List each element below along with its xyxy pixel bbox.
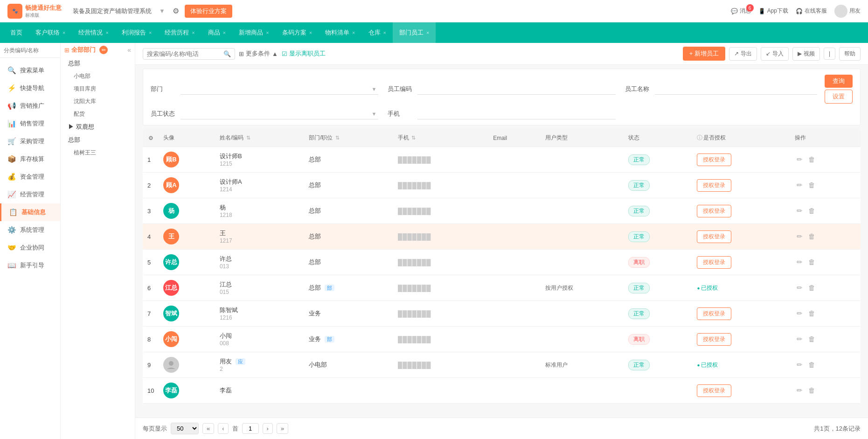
last-page-btn[interactable]: »: [277, 423, 288, 434]
service-btn[interactable]: 🎧 在线客服: [796, 7, 827, 15]
nav-tab-客户联络[interactable]: 客户联络×: [29, 22, 72, 43]
edit-btn[interactable]: ✏: [795, 206, 805, 216]
sidebar-item-企业协同[interactable]: 🤝企业协同: [0, 239, 60, 257]
sidebar-item-新手引导[interactable]: 📖新手引导: [0, 257, 60, 274]
tab-close-icon[interactable]: ×: [223, 30, 226, 35]
dept-collapse-icon[interactable]: «: [127, 46, 131, 54]
nav-tab-条码方案[interactable]: 条码方案×: [276, 22, 319, 43]
edit-btn[interactable]: ✏: [795, 283, 805, 293]
sidebar-search-input[interactable]: [4, 47, 61, 54]
edit-btn[interactable]: ✏: [795, 257, 805, 267]
search-input[interactable]: [147, 50, 222, 57]
dept-node-总部[interactable]: 总部: [61, 57, 135, 70]
col-dept-pos[interactable]: 部门/职位 ⇅: [304, 129, 393, 147]
delete-btn[interactable]: 🗑: [806, 334, 817, 344]
nav-tab-经营情况[interactable]: 经营情况×: [72, 22, 115, 43]
tab-close-icon[interactable]: ×: [352, 30, 355, 35]
auth-btn[interactable]: 授权登录: [697, 256, 731, 269]
tab-close-icon[interactable]: ×: [266, 30, 269, 35]
sidebar-item-快捷导航[interactable]: ⚡快捷导航: [0, 79, 60, 97]
auth-btn[interactable]: 授权登录: [697, 307, 731, 320]
nav-tab-仓库[interactable]: 仓库×: [362, 22, 393, 43]
dept-node-总部[interactable]: 总部: [61, 133, 135, 146]
per-page-select[interactable]: 50 100: [171, 423, 199, 434]
add-employee-btn[interactable]: + 新增员工: [683, 47, 725, 61]
filter-phone-input[interactable]: [417, 108, 615, 119]
edit-btn[interactable]: ✏: [795, 154, 805, 165]
dept-node-▶ 双鹿想[interactable]: ▶ 双鹿想: [61, 120, 135, 133]
auth-btn[interactable]: 授权登录: [697, 384, 731, 397]
delete-btn[interactable]: 🗑: [806, 154, 817, 164]
first-page-btn[interactable]: «: [202, 423, 214, 434]
edit-btn[interactable]: ✏: [795, 180, 805, 190]
delete-btn[interactable]: 🗑: [806, 308, 817, 318]
delete-btn[interactable]: 🗑: [806, 231, 817, 241]
nav-tab-部门员工[interactable]: 部门员工×: [393, 22, 436, 43]
prev-page-btn[interactable]: ‹: [218, 423, 228, 434]
edit-btn[interactable]: ✏: [795, 334, 805, 344]
set-btn[interactable]: 设置: [825, 90, 853, 104]
export-btn[interactable]: ↗ 导出: [729, 47, 757, 61]
col-settings[interactable]: ⚙: [143, 129, 159, 147]
delete-btn[interactable]: 🗑: [806, 385, 817, 395]
auth-btn[interactable]: 授权登录: [697, 205, 731, 217]
nav-tab-经营历程[interactable]: 经营历程×: [158, 22, 201, 43]
sidebar-item-采购管理[interactable]: 🛒采购管理: [0, 132, 60, 150]
show-resigned-toggle[interactable]: ☑ 显示离职员工: [282, 49, 326, 58]
dept-edit-icon[interactable]: ✏: [99, 46, 108, 54]
delete-btn[interactable]: 🗑: [806, 257, 817, 267]
next-page-btn[interactable]: ›: [263, 423, 273, 434]
edit-btn[interactable]: ✏: [795, 385, 805, 396]
auth-btn[interactable]: 授权登录: [697, 179, 731, 192]
dept-node-沈阳大库[interactable]: 沈阳大库: [61, 95, 135, 108]
edit-btn[interactable]: ✏: [795, 231, 805, 242]
col-phone[interactable]: 手机 ⇅: [393, 129, 488, 147]
app-download-btn[interactable]: 📱 App下载: [758, 7, 788, 15]
filter-empcode-input[interactable]: [417, 84, 615, 95]
dept-node-植树王三[interactable]: 植树王三: [61, 146, 135, 159]
tab-close-icon[interactable]: ×: [309, 30, 312, 35]
sidebar-item-基础信息[interactable]: 📋基础信息: [0, 203, 60, 221]
more-filter-btn[interactable]: ⊞ 更多条件 ▲: [239, 49, 278, 58]
dept-node-小电部[interactable]: 小电部: [61, 70, 135, 83]
auth-btn[interactable]: 授权登录: [697, 333, 731, 346]
delete-btn[interactable]: 🗑: [806, 180, 817, 190]
delete-btn[interactable]: 🗑: [806, 360, 817, 369]
import-btn[interactable]: ↙ 导入: [761, 47, 789, 61]
tab-close-icon[interactable]: ×: [383, 30, 386, 35]
message-btn[interactable]: 💬 消息 6: [731, 7, 751, 15]
tab-close-icon[interactable]: ×: [105, 30, 108, 35]
filter-status-select[interactable]: [181, 108, 378, 119]
edit-btn[interactable]: ✏: [795, 308, 805, 319]
filter-empname-input[interactable]: [655, 84, 817, 95]
tab-close-icon[interactable]: ×: [192, 30, 194, 35]
user-btn[interactable]: 用友: [834, 5, 861, 18]
sidebar-item-系统管理[interactable]: ⚙️系统管理: [0, 221, 60, 239]
help-btn[interactable]: |: [824, 48, 835, 60]
delete-btn[interactable]: 🗑: [806, 283, 817, 293]
query-btn[interactable]: 查询: [825, 75, 853, 88]
tab-close-icon[interactable]: ×: [149, 30, 152, 35]
sidebar-item-经营管理[interactable]: 📈经营管理: [0, 186, 60, 203]
tab-close-icon[interactable]: ×: [62, 30, 65, 35]
auth-btn[interactable]: 授权登录: [697, 230, 731, 243]
nav-tab-利润报告[interactable]: 利润报告×: [115, 22, 158, 43]
sidebar-item-库存核算[interactable]: 📦库存核算: [0, 150, 60, 168]
dept-node-项目库房[interactable]: 项目库房: [61, 83, 135, 95]
nav-tab-商品[interactable]: 商品×: [201, 22, 232, 43]
dept-node-配货[interactable]: 配货: [61, 108, 135, 120]
dropdown-icon[interactable]: ▼: [159, 7, 165, 14]
search-icon[interactable]: 🔍: [223, 50, 231, 57]
view-btn[interactable]: ▶ 视频: [792, 47, 820, 61]
nav-tab-新增商品[interactable]: 新增商品×: [232, 22, 275, 43]
page-input[interactable]: [242, 423, 259, 434]
sidebar-item-资金管理[interactable]: 💰资金管理: [0, 168, 60, 186]
delete-btn[interactable]: 🗑: [806, 206, 817, 216]
try-btn[interactable]: 体验行业方案: [185, 5, 232, 18]
filter-dept-select[interactable]: [181, 84, 378, 95]
tab-close-icon[interactable]: ×: [426, 30, 429, 35]
sidebar-item-搜索菜单[interactable]: 🔍搜索菜单: [0, 62, 60, 79]
sidebar-item-营销推广[interactable]: 📢营销推广: [0, 97, 60, 115]
gear-icon[interactable]: ⚙: [173, 7, 179, 15]
nav-tab-首页[interactable]: 首页: [4, 22, 29, 43]
